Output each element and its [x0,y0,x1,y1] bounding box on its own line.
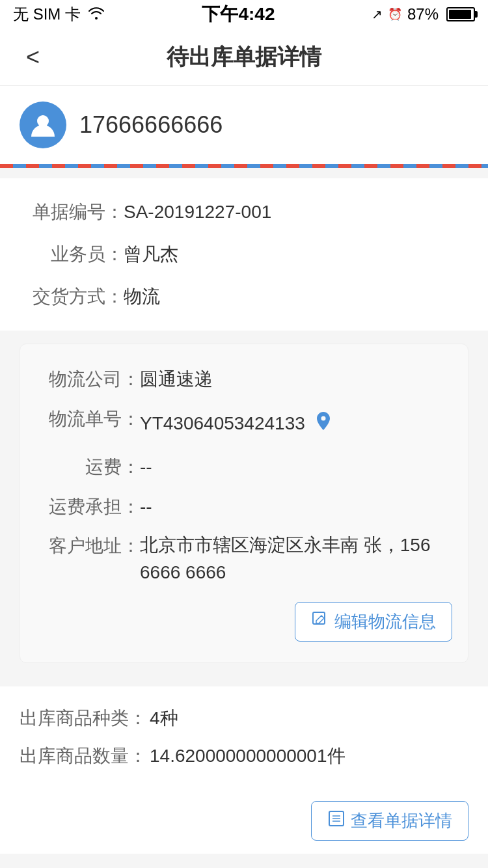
nav-bar: < 待出库单据详情 [0,29,488,86]
logistics-company-value: 圆通速递 [140,365,452,394]
logistics-tracking-label: 物流单号： [36,405,140,434]
doc-number-row: 单据编号： SA-20191227-001 [20,198,468,227]
edit-logistics-label: 编辑物流信息 [334,610,436,633]
delivery-value: 物流 [124,282,468,312]
edit-logistics-button[interactable]: 编辑物流信息 [295,602,452,642]
user-avatar-icon [29,111,57,139]
view-detail-label: 查看单据详情 [351,809,452,832]
logistics-freight-value: -- [140,453,452,482]
delivery-label: 交货方式： [20,282,124,312]
goods-quantity-row: 出库商品数量： 14.620000000000001件 [20,744,468,768]
status-time: 下午4:42 [202,2,275,27]
edit-logistics-container: 编辑物流信息 [20,591,468,647]
view-detail-container: 查看单据详情 [0,788,488,854]
battery-percent: 87% [407,5,439,23]
empty-space [0,854,488,868]
list-icon [327,809,346,832]
logistics-freight-bear-value: -- [140,493,452,522]
goods-type-value: 4种 [150,706,178,731]
logistics-freight-label: 运费： [36,453,140,482]
battery-icon [446,7,475,21]
salesman-label: 业务员： [20,240,124,269]
alarm-icon: ⏰ [388,7,402,21]
document-info-section: 单据编号： SA-20191227-001 业务员： 曾凡杰 交货方式： 物流 [0,178,488,331]
logistics-freight-bear-row: 运费承担： -- [20,487,468,527]
page-title: 待出库单据详情 [167,42,321,72]
wifi-icon [87,5,105,23]
dashed-divider [0,164,488,168]
logistics-freight-bear-label: 运费承担： [36,493,140,522]
customer-section: 17666666666 [0,86,488,164]
status-left: 无 SIM 卡 [13,4,105,25]
salesman-row: 业务员： 曾凡杰 [20,240,468,269]
delivery-row: 交货方式： 物流 [20,282,468,312]
logistics-company-label: 物流公司： [36,365,140,394]
goods-type-row: 出库商品种类： 4种 [20,706,468,731]
doc-number-label: 单据编号： [20,198,124,227]
goods-quantity-label: 出库商品数量： [20,744,150,768]
doc-number-value: SA-20191227-001 [124,198,468,227]
logistics-address-label: 客户地址： [36,532,140,561]
edit-icon [311,610,329,633]
logistics-tracking-value: YT43064053424133 [140,405,452,442]
view-detail-button[interactable]: 查看单据详情 [311,801,468,841]
section-divider [0,676,488,686]
customer-phone: 17666666666 [79,111,223,139]
goods-type-label: 出库商品种类： [20,706,150,731]
logistics-section: 物流公司： 圆通速递 物流单号： YT43064053424133 运费： --… [20,344,468,663]
location-icon: ↗ [372,7,383,22]
salesman-value: 曾凡杰 [124,240,468,269]
logistics-company-row: 物流公司： 圆通速递 [20,360,468,400]
logistics-freight-row: 运费： -- [20,448,468,487]
tracking-location-icon[interactable] [313,405,334,442]
goods-section: 出库商品种类： 4种 出库商品数量： 14.620000000000001件 [0,686,488,788]
logistics-tracking-row: 物流单号： YT43064053424133 [20,400,468,448]
carrier-text: 无 SIM 卡 [13,4,81,25]
status-right: ↗ ⏰ 87% [372,5,475,23]
avatar [20,102,66,148]
logistics-address-value: 北京市市辖区海淀区永丰南 张，156 6666 6666 [140,532,452,586]
goods-quantity-value: 14.620000000000001件 [150,744,346,768]
logistics-address-row: 客户地址： 北京市市辖区海淀区永丰南 张，156 6666 6666 [20,526,468,591]
back-button[interactable]: < [20,37,46,77]
status-bar: 无 SIM 卡 下午4:42 ↗ ⏰ 87% [0,0,488,29]
